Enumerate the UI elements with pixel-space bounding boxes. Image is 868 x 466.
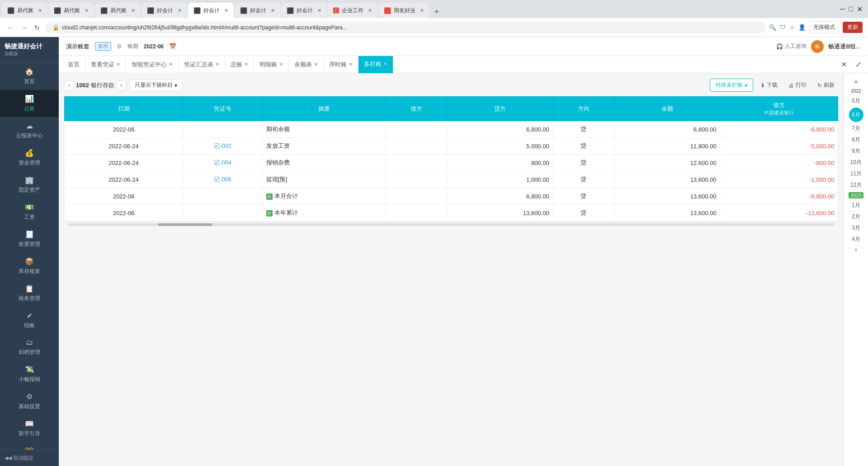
nav-tab-home[interactable]: 首页 xyxy=(62,56,85,73)
browser-tab-1[interactable]: ⬛ 易代账 ✕ xyxy=(2,3,47,18)
browser-tab-9[interactable]: 🟥 用友好业 ✕ xyxy=(378,3,429,18)
tab-6-close[interactable]: ✕ xyxy=(271,8,275,14)
month-nov[interactable]: 11月 xyxy=(844,168,868,179)
tab-8-close[interactable]: ✕ xyxy=(368,8,372,14)
nav-tab-multi-close[interactable]: ✕ xyxy=(383,61,387,67)
sidebar-item-expense[interactable]: 💸 小畅报销 xyxy=(0,361,59,388)
filter-dropdown[interactable]: 只显示下级科目 ▾ xyxy=(130,79,182,91)
nav-tab-smart-close[interactable]: ✕ xyxy=(169,61,173,67)
nav-tab-smart-voucher[interactable]: 智能凭证中心 ✕ xyxy=(126,56,179,73)
tab-2-close[interactable]: ✕ xyxy=(85,8,89,14)
nav-tab-voucher[interactable]: 查看凭证 ✕ xyxy=(85,56,126,73)
prev-account-button[interactable]: ‹ xyxy=(64,80,74,90)
voucher-link-3[interactable]: 记-006 xyxy=(214,176,231,183)
voucher-link-1[interactable]: 记-002 xyxy=(214,142,231,149)
forward-button[interactable]: → xyxy=(19,22,29,33)
tab-4-close[interactable]: ✕ xyxy=(178,8,182,14)
settings-icon[interactable]: ⚙ xyxy=(117,43,122,50)
sidebar-item-invoice[interactable]: 🧾 发票管理 xyxy=(0,226,59,253)
cell-voucher-2[interactable]: 记-004 xyxy=(183,155,263,171)
nav-tab-balance-close[interactable]: ✕ xyxy=(314,61,318,67)
browser-tab-2[interactable]: ⬛ 易代账 ✕ xyxy=(48,3,94,18)
sidebar-item-member[interactable]: 👑 畅会员 xyxy=(0,442,59,450)
nav-tab-detail[interactable]: 明细账 ✕ xyxy=(254,56,289,73)
sidebar-item-inventory[interactable]: 📦 库存核算 xyxy=(0,253,59,280)
tab-1-close[interactable]: ✕ xyxy=(38,8,42,14)
browser-tab-3[interactable]: ⬛ 易代账 ✕ xyxy=(95,3,141,18)
month-jul[interactable]: 7月 xyxy=(844,123,868,134)
sidebar-item-guide[interactable]: 📖 新手引导 xyxy=(0,415,59,442)
profile-icon[interactable]: 👤 xyxy=(798,24,806,31)
sidebar-item-fixed-assets[interactable]: 🏢 固定资产 xyxy=(0,171,59,198)
browser-tab-6[interactable]: ⬛ 好会计 ✕ xyxy=(235,3,280,18)
sidebar-item-ledger[interactable]: 📊 总账 xyxy=(0,90,59,117)
close-tab-button[interactable]: ✕ xyxy=(837,58,850,71)
nav-tab-gl-close[interactable]: ✕ xyxy=(244,61,248,67)
new-tab-button[interactable]: + xyxy=(430,5,443,18)
tab-9-close[interactable]: ✕ xyxy=(420,8,424,14)
month-sep[interactable]: 9月 xyxy=(844,146,868,157)
month-dec[interactable]: 12月 xyxy=(844,179,868,191)
nav-tab-balance[interactable]: 余额表 ✕ xyxy=(289,56,324,73)
month-oct[interactable]: 10月 xyxy=(844,157,868,168)
browser-tab-8[interactable]: 🅲 企业工作 ✕ xyxy=(328,3,377,18)
tab-7-close[interactable]: ✕ xyxy=(317,8,321,14)
calendar-icon[interactable]: 📅 xyxy=(169,43,176,50)
sidebar-item-home[interactable]: 🏠 首页 xyxy=(0,63,59,90)
back-button[interactable]: ← xyxy=(5,22,15,33)
sidebar-item-salary[interactable]: 💵 工资 xyxy=(0,198,59,226)
month-apr[interactable]: 4月 xyxy=(844,234,868,245)
sidebar-item-settings[interactable]: ⚙ 基础设置 xyxy=(0,388,59,415)
cell-voucher-1[interactable]: 记-002 xyxy=(183,138,263,155)
tab-3-close[interactable]: ✕ xyxy=(131,8,135,14)
next-account-button[interactable]: › xyxy=(116,80,126,90)
sidebar-item-cloud-report[interactable]: ☁ 云报表中心 xyxy=(0,117,59,144)
sidebar-item-tax[interactable]: 📋 税务管理 xyxy=(0,280,59,307)
month-may[interactable]: 5月 xyxy=(844,95,868,107)
month-aug[interactable]: 8月 xyxy=(844,134,868,146)
search-icon[interactable]: 🔍 xyxy=(769,24,776,31)
shield-icon[interactable]: 🛡 xyxy=(780,24,786,31)
nav-tab-multi-column[interactable]: 多栏账 ✕ xyxy=(359,56,393,73)
refresh-button[interactable]: ↻ 刷新 xyxy=(814,79,838,91)
voucher-link-2[interactable]: 记-004 xyxy=(214,159,231,166)
calendar-scroll-up[interactable]: ▲ xyxy=(851,75,862,87)
unpin-button[interactable]: ◀◀ 取消固定 xyxy=(5,455,54,461)
minimize-button[interactable]: ─ xyxy=(840,5,845,13)
url-input[interactable]: 🔒 cloud2.chanjet.com/accounting/uh26t264… xyxy=(45,22,765,33)
star-icon[interactable]: ☆ xyxy=(789,24,795,31)
bottom-scrollbar[interactable] xyxy=(64,221,838,227)
mode-button[interactable]: 无痕模式 xyxy=(809,21,839,33)
month-mar[interactable]: 3月 xyxy=(844,222,868,234)
close-window-button[interactable]: ✕ xyxy=(857,5,863,14)
browser-tab-7[interactable]: ⬛ 好会计 ✕ xyxy=(281,3,327,18)
expand-button[interactable]: ⤢ xyxy=(852,58,864,71)
month-feb[interactable]: 2月 xyxy=(844,211,868,222)
sidebar-item-archive[interactable]: 🗂 归档管理 xyxy=(0,334,59,361)
nav-tab-summary[interactable]: 凭证汇总表 ✕ xyxy=(179,56,225,73)
month-jan[interactable]: 1月 xyxy=(844,200,868,211)
browser-tab-5[interactable]: ⬛ 好会计 ✕ xyxy=(188,3,234,18)
calendar-scroll-down[interactable]: ▼ xyxy=(852,245,861,255)
sidebar-item-fund[interactable]: 💰 资金管理 xyxy=(0,144,59,171)
special-multi-column-button[interactable]: 特殊多栏账 ▾ xyxy=(710,79,753,92)
month-jun[interactable]: 6月 xyxy=(849,108,863,122)
nav-tab-journal[interactable]: 序时账 ✕ xyxy=(324,56,359,73)
nav-tab-general-ledger[interactable]: 总账 ✕ xyxy=(225,56,254,73)
download-button[interactable]: ⬇ 下载 xyxy=(757,79,781,91)
nav-tab-detail-close[interactable]: ✕ xyxy=(279,61,283,67)
print-button[interactable]: 🖨 打印 xyxy=(785,79,810,91)
scroll-thumb[interactable] xyxy=(158,223,212,226)
maximize-button[interactable]: □ xyxy=(849,5,853,13)
tab-5-close[interactable]: ✕ xyxy=(224,8,228,14)
sidebar-item-close-account[interactable]: ✔ 结账 xyxy=(0,307,59,334)
consult-button[interactable]: 🎧 人工咨询 xyxy=(776,42,807,50)
reload-button[interactable]: ↻ xyxy=(33,22,42,33)
nav-tab-summary-close[interactable]: ✕ xyxy=(215,61,219,67)
archive-icon: 🗂 xyxy=(26,339,33,347)
update-button[interactable]: 更新 xyxy=(843,22,863,33)
cell-voucher-3[interactable]: 记-006 xyxy=(183,171,263,188)
nav-tab-voucher-close[interactable]: ✕ xyxy=(116,61,120,67)
browser-tab-4[interactable]: ⬛ 好会计 ✕ xyxy=(142,3,187,18)
nav-tab-journal-close[interactable]: ✕ xyxy=(349,61,353,67)
